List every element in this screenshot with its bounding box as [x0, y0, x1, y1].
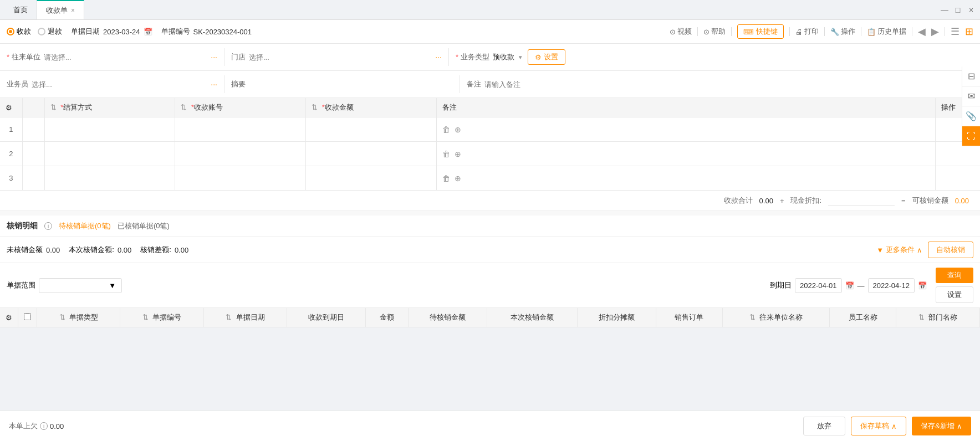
- minimize-btn[interactable]: —: [940, 6, 949, 14]
- delete-row-2-icon[interactable]: 🗑: [442, 150, 450, 158]
- col-settings[interactable]: [0, 98, 22, 117]
- business-type-arrow-icon[interactable]: ▼: [518, 54, 523, 60]
- row-3-settle[interactable]: [22, 166, 44, 191]
- shop-more-icon[interactable]: ···: [435, 53, 442, 61]
- sidebar-screen-icon[interactable]: ⛶: [962, 126, 980, 146]
- remark-label: 备注: [467, 79, 481, 89]
- row-2-remark[interactable]: [306, 142, 437, 166]
- row-1-account[interactable]: [44, 117, 175, 142]
- sort-icon-date[interactable]: ⇅: [226, 313, 232, 321]
- shop-input[interactable]: [249, 51, 432, 64]
- table2-gear-icon[interactable]: ⚙: [6, 314, 12, 322]
- copy-row-2-icon[interactable]: ⊕: [455, 150, 461, 158]
- row-1-remark[interactable]: [306, 117, 437, 142]
- sort-icon-num[interactable]: ⇅: [142, 313, 149, 321]
- auto-verify-btn[interactable]: 自动核销: [928, 242, 973, 258]
- row-1-amount[interactable]: [175, 117, 306, 142]
- shortcut-btn[interactable]: ⌨ 快捷键: [737, 24, 784, 39]
- calendar-from-icon[interactable]: 📅: [845, 281, 854, 290]
- row-3-amount[interactable]: [175, 166, 306, 191]
- form-row-2: 业务员 ··· 摘要 备注: [0, 71, 980, 98]
- sort-icon3[interactable]: ⇅: [312, 103, 318, 111]
- row-1-settle[interactable]: [22, 117, 44, 142]
- next-nav-icon[interactable]: ▶: [931, 25, 939, 38]
- calendar-icon[interactable]: 📅: [144, 28, 152, 36]
- staff-input[interactable]: [32, 78, 207, 91]
- equals-sign: =: [901, 197, 906, 205]
- row-2-account[interactable]: [44, 142, 175, 166]
- table-row: 2 🗑 ⊕: [0, 142, 980, 166]
- sort-icon-dept[interactable]: ⇅: [918, 313, 925, 321]
- delete-row-1-icon[interactable]: 🗑: [442, 125, 450, 134]
- grid-icon[interactable]: ⊞: [965, 25, 973, 38]
- range-dropdown-icon: ▼: [109, 281, 116, 290]
- counterpart-input[interactable]: [44, 51, 208, 64]
- row-3-account[interactable]: [44, 166, 175, 191]
- copy-row-3-icon[interactable]: ⊕: [455, 174, 461, 183]
- settings-button[interactable]: ⚙ 设置: [528, 49, 565, 65]
- tab-current[interactable]: 收款单 ×: [37, 0, 84, 19]
- date-value: 2023-03-24: [103, 28, 140, 36]
- sidebar-table-icon[interactable]: ⊟: [962, 66, 980, 86]
- tab-home[interactable]: 首页: [4, 0, 37, 19]
- shop-field: 门店 ···: [231, 51, 442, 64]
- refund-radio[interactable]: 退款: [38, 27, 62, 37]
- remark-input[interactable]: [484, 78, 973, 91]
- save-draft-btn[interactable]: 保存草稿 ∧: [851, 417, 906, 435]
- more-filters-btn[interactable]: ▼ 更多条件 ∧: [876, 245, 922, 255]
- date-separator: —: [858, 281, 865, 290]
- verification-info-icon[interactable]: i: [44, 222, 52, 230]
- draft-dropdown-icon[interactable]: ∧: [891, 422, 897, 430]
- col-check-all[interactable]: [18, 308, 37, 327]
- row-2-settle[interactable]: [22, 142, 44, 166]
- video-link[interactable]: ⊙ 视频: [670, 27, 692, 37]
- search-settings-btn[interactable]: 设置: [936, 286, 973, 303]
- row-1-action: 🗑 ⊕: [437, 117, 936, 142]
- tab-close-icon[interactable]: ×: [71, 7, 75, 14]
- operation-link[interactable]: 🔧 操作: [830, 27, 855, 37]
- prev-nav-icon[interactable]: ◀: [918, 25, 926, 38]
- list-icon[interactable]: ☰: [951, 25, 959, 38]
- check-all-checkbox[interactable]: [24, 313, 31, 320]
- col-current-amount: 本次核销金额: [487, 308, 578, 327]
- row-2-amount[interactable]: [175, 142, 306, 166]
- pending-tab-link[interactable]: 待核销单据(0笔): [59, 221, 111, 231]
- shortcut-icon: ⌨: [743, 28, 754, 36]
- staff-more-icon[interactable]: ···: [211, 80, 217, 89]
- date-to-value: 2022-04-12: [868, 278, 915, 293]
- done-tab-link[interactable]: 已核销单据(0笔): [118, 221, 170, 231]
- income-radio[interactable]: 收款: [7, 27, 31, 37]
- calendar-to-icon[interactable]: 📅: [918, 281, 927, 290]
- table-gear-icon[interactable]: [6, 104, 12, 112]
- print-link[interactable]: 🖨 打印: [795, 27, 819, 37]
- sidebar-mail-icon[interactable]: ✉: [962, 86, 980, 106]
- save-dropdown-icon[interactable]: ∧: [957, 422, 962, 430]
- col-account: ⇅ *收款账号: [175, 98, 306, 117]
- delete-row-3-icon[interactable]: 🗑: [442, 174, 450, 183]
- row-3-remark[interactable]: [306, 166, 437, 191]
- search-action-btns: 查询 设置: [936, 268, 973, 303]
- summary-input[interactable]: [249, 78, 453, 91]
- range-field: 单据范围 ▼: [7, 278, 761, 293]
- sort-icon[interactable]: ⇅: [50, 103, 57, 111]
- sort-icon2[interactable]: ⇅: [181, 103, 187, 111]
- maximize-btn[interactable]: □: [953, 6, 962, 14]
- range-select[interactable]: ▼: [39, 278, 122, 293]
- copy-row-1-icon[interactable]: ⊕: [455, 125, 461, 134]
- sidebar-attach-icon[interactable]: 📎: [962, 106, 980, 126]
- right-sidebar: ⊟ ✉ 📎 ⛶: [962, 66, 980, 146]
- query-btn[interactable]: 查询: [936, 268, 973, 283]
- save-new-btn[interactable]: 保存&新增 ∧: [912, 417, 971, 435]
- discount-input[interactable]: [828, 195, 895, 206]
- counterpart-more-icon[interactable]: ···: [211, 53, 217, 61]
- refund-label: 退款: [48, 27, 62, 37]
- sort-icon-counterpart[interactable]: ⇅: [749, 313, 756, 321]
- col-due-date: 收款到期日: [287, 308, 366, 327]
- abandon-btn[interactable]: 放弃: [803, 417, 845, 435]
- info-icon[interactable]: i: [40, 422, 48, 430]
- sort-icon-type[interactable]: ⇅: [59, 313, 65, 321]
- close-btn[interactable]: ×: [967, 6, 976, 14]
- toolbar-actions: ⊙ 视频 ⊙ 帮助 ⌨ 快捷键 🖨 打印 🔧 操作 📋 历史单据 ◀ ▶ ☰ ⊞: [670, 24, 973, 39]
- history-link[interactable]: 📋 历史单据: [867, 27, 906, 37]
- help-link[interactable]: ⊙ 帮助: [703, 27, 726, 37]
